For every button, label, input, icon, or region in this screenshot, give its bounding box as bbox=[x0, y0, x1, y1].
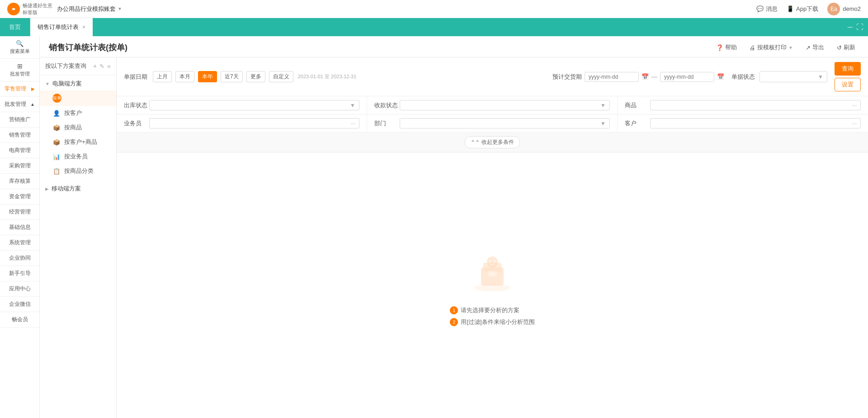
collapse-panel-button[interactable]: « bbox=[107, 62, 111, 70]
sidebar-item-member[interactable]: 畅会员 bbox=[0, 312, 39, 328]
tab-home[interactable]: 首页 bbox=[0, 18, 30, 36]
expected-date-label: 预计交货期 bbox=[552, 73, 582, 81]
message-button[interactable]: 💬 消息 bbox=[756, 5, 778, 13]
sidebar-item-newuser[interactable]: 新手引导 bbox=[0, 266, 39, 281]
sidebar-item-operation[interactable]: 经营管理 bbox=[0, 204, 39, 220]
logo-text: 畅捷通好生意 标签版 bbox=[23, 2, 52, 15]
sidebar-item-purchase[interactable]: 采购管理 bbox=[0, 158, 39, 174]
export-button[interactable]: ↗ 导出 bbox=[802, 42, 828, 53]
delivery-status-select[interactable] bbox=[153, 102, 350, 109]
sidebar-inventory-label: 库存核算 bbox=[9, 177, 31, 185]
app-download-button[interactable]: 📱 App下载 bbox=[787, 5, 818, 13]
department-cell: 部门 ▼ bbox=[367, 114, 618, 132]
department-select[interactable] bbox=[404, 120, 600, 127]
sidebar-item-inventory[interactable]: 库存核算 bbox=[0, 174, 39, 189]
sidebar-item-wechat[interactable]: 企业微信 bbox=[0, 297, 39, 312]
chevron-right-icon: ▶ bbox=[31, 86, 35, 91]
sidebar-item-ecommerce[interactable]: 电商管理 bbox=[0, 143, 39, 158]
svg-point-4 bbox=[487, 256, 498, 267]
sidebar-system-label: 系统管理 bbox=[9, 239, 31, 247]
query-button[interactable]: 查询 bbox=[835, 62, 861, 76]
sidebar-item-retail[interactable]: 零售管理 ▶ bbox=[0, 81, 39, 97]
date-filter-label: 单据日期 bbox=[124, 73, 149, 81]
scheme-item-by-category[interactable]: 📋 按商品分类 bbox=[40, 164, 116, 178]
expected-date-end-input[interactable] bbox=[660, 72, 714, 82]
scheme-item-by-customer-goods[interactable]: 📦 按客户+商品 bbox=[40, 135, 116, 149]
delivery-dropdown-icon: ▼ bbox=[350, 102, 355, 109]
window-maximize-button[interactable]: ⛶ bbox=[856, 23, 863, 31]
status-select[interactable] bbox=[764, 73, 818, 80]
left-panel: 按以下方案查询 + ✎ « ▼ 电脑端方案 按单 bbox=[40, 57, 117, 418]
date-separator: — bbox=[651, 73, 657, 80]
scheme-item-by-goods[interactable]: 📦 按商品 bbox=[40, 120, 116, 135]
collapse-button[interactable]: ⌃⌃ 收起更多条件 bbox=[465, 136, 520, 148]
tab-active[interactable]: 销售订单统计表 × bbox=[30, 18, 93, 36]
edit-scheme-button[interactable]: ✎ bbox=[99, 63, 104, 70]
scheme-active-badge: 按单 bbox=[52, 94, 61, 103]
status-filter-group: 单据状态 ▼ bbox=[731, 71, 827, 82]
scheme-item-by-order[interactable]: 按单 bbox=[40, 90, 116, 106]
settings-button[interactable]: 设置 bbox=[835, 78, 861, 91]
user-avatar: Ea bbox=[827, 3, 840, 15]
page-selector[interactable]: 办公用品行业模拟账套 ▼ bbox=[57, 5, 122, 13]
date-btn-this-month[interactable]: 本月 bbox=[175, 71, 194, 82]
sidebar-item-quicknav[interactable]: ⊞ 批发管理 bbox=[0, 59, 39, 81]
sidebar-member-label: 畅会员 bbox=[12, 316, 28, 323]
date-btn-more[interactable]: 更多 bbox=[246, 71, 265, 82]
date-btn-custom[interactable]: 自定义 bbox=[269, 71, 293, 82]
logo-area: 畅捷通好生意 标签版 bbox=[7, 2, 52, 15]
sidebar-item-marketing[interactable]: 营销推广 bbox=[0, 112, 39, 128]
tip-num-2: 2 bbox=[450, 318, 458, 326]
left-panel-header: 按以下方案查询 + ✎ « bbox=[40, 57, 116, 75]
date-btn-current-year[interactable]: 本年 bbox=[198, 71, 217, 82]
expected-date-start-input[interactable] bbox=[585, 72, 639, 82]
left-panel-actions: + ✎ « bbox=[93, 62, 111, 70]
goods-input-wrapper[interactable]: ··· bbox=[650, 100, 861, 110]
sidebar-operation-label: 经营管理 bbox=[9, 208, 31, 216]
customer-ellipsis-icon: ··· bbox=[852, 120, 857, 127]
status-dropdown-icon: ▼ bbox=[818, 74, 823, 80]
date-btn-last7[interactable]: 近7天 bbox=[221, 71, 243, 82]
person-icon: 👤 bbox=[52, 109, 61, 117]
print-button[interactable]: 🖨 按模板打印 ▼ bbox=[746, 42, 797, 53]
collapse-label: 收起更多条件 bbox=[481, 138, 514, 146]
refresh-button[interactable]: ↺ 刷新 bbox=[833, 42, 859, 53]
sidebar-item-system[interactable]: 系统管理 bbox=[0, 235, 39, 251]
scheme-mobile-label: 移动端方案 bbox=[52, 185, 81, 193]
salesperson-input-wrapper[interactable]: ··· bbox=[149, 118, 359, 128]
help-label: 帮助 bbox=[725, 43, 737, 52]
expected-date-group: 预计交货期 📅 — 📅 bbox=[552, 72, 724, 82]
sidebar-item-sales[interactable]: 销售管理 bbox=[0, 128, 39, 143]
chevron-down-icon: ▼ bbox=[118, 6, 122, 11]
tab-close-button[interactable]: × bbox=[82, 24, 85, 30]
message-icon: 💬 bbox=[756, 5, 764, 12]
sidebar: 🔍 搜索菜单 ⊞ 批发管理 零售管理 ▶ 批发管理 ▲ 营销推广 销售管理 电商… bbox=[0, 36, 40, 418]
help-button[interactable]: ❓ 帮助 bbox=[712, 42, 741, 53]
filter-bar: 单据日期 上月 本月 本年 近7天 更多 自定义 2023-01-01 至 20… bbox=[117, 57, 868, 152]
scheme-group-mobile-header[interactable]: ▶ 移动端方案 bbox=[40, 182, 116, 195]
sidebar-item-wholesale[interactable]: 批发管理 ▲ bbox=[0, 97, 39, 112]
sidebar-item-enterprise[interactable]: 企业协同 bbox=[0, 251, 39, 266]
customer-input-wrapper[interactable]: ··· bbox=[650, 118, 861, 128]
sidebar-item-finance[interactable]: 资金管理 bbox=[0, 189, 39, 204]
empty-tips: 1 请先选择要分析的方案 2 用[过滤]条件来缩小分析范围 bbox=[450, 306, 534, 326]
chart-icon: 📊 bbox=[52, 152, 61, 161]
sidebar-item-basic[interactable]: 基础信息 bbox=[0, 220, 39, 235]
user-area[interactable]: Ea demo2 bbox=[827, 3, 861, 15]
export-icon: ↗ bbox=[806, 44, 811, 51]
sidebar-item-search[interactable]: 🔍 搜索菜单 bbox=[0, 36, 39, 59]
payment-status-select[interactable] bbox=[404, 102, 600, 109]
query-buttons: 查询 设置 bbox=[835, 62, 861, 91]
sidebar-item-appcenter[interactable]: 应用中心 bbox=[0, 281, 39, 297]
payment-dropdown-icon: ▼ bbox=[600, 102, 606, 109]
window-minimize-button[interactable]: ─ bbox=[848, 23, 853, 31]
right-content: 单据日期 上月 本月 本年 近7天 更多 自定义 2023-01-01 至 20… bbox=[117, 57, 868, 418]
box-icon: 📦 bbox=[52, 124, 61, 132]
date-btn-prev-month[interactable]: 上月 bbox=[153, 71, 172, 82]
scheme-group-desktop-header[interactable]: ▼ 电脑端方案 bbox=[40, 77, 116, 90]
scheme-item-by-customer[interactable]: 👤 按客户 bbox=[40, 106, 116, 120]
add-scheme-button[interactable]: + bbox=[93, 62, 97, 70]
refresh-label: 刷新 bbox=[844, 43, 855, 52]
scheme-item-by-salesperson[interactable]: 📊 按业务员 bbox=[40, 149, 116, 164]
print-icon: 🖨 bbox=[750, 44, 755, 51]
